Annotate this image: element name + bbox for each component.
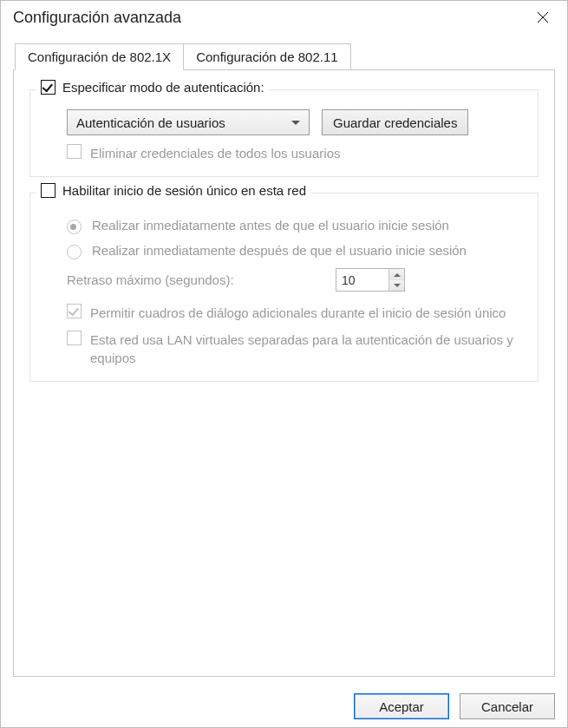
title-bar: Configuración avanzada bbox=[1, 1, 567, 34]
close-button[interactable] bbox=[529, 3, 557, 31]
chevron-down-icon bbox=[291, 121, 300, 125]
auth-mode-group: Especificar modo de autenticación: Auten… bbox=[29, 89, 539, 177]
auth-mode-value: Autenticación de usuarios bbox=[76, 115, 225, 130]
max-delay-label: Retraso máximo (segundos): bbox=[67, 272, 336, 287]
radio-before-logon bbox=[67, 220, 82, 234]
chevron-down-icon bbox=[394, 284, 401, 287]
max-delay-value: 10 bbox=[336, 269, 388, 291]
spinner-down-button bbox=[389, 280, 404, 292]
specify-auth-checkbox[interactable] bbox=[41, 80, 55, 95]
tab-strip: Configuración de 802.1X Configuración de… bbox=[15, 43, 555, 70]
auth-mode-select[interactable]: Autenticación de usuarios bbox=[67, 109, 310, 135]
save-credentials-button[interactable]: Guardar credenciales bbox=[322, 109, 468, 135]
delete-credentials-checkbox bbox=[67, 144, 82, 159]
allow-dialogs-label: Permitir cuadros de diálogo adicionales … bbox=[90, 304, 506, 322]
ok-button[interactable]: Aceptar bbox=[354, 693, 449, 719]
max-delay-spinner: 10 bbox=[336, 268, 405, 292]
enable-sso-label: Habilitar inicio de sesión único en esta… bbox=[62, 183, 306, 198]
radio-after-logon-label: Realizar inmediatamente después de que e… bbox=[92, 243, 467, 258]
radio-before-logon-label: Realizar inmediatamente antes de que el … bbox=[92, 218, 449, 233]
single-signon-group: Habilitar inicio de sesión único en esta… bbox=[29, 193, 539, 382]
radio-after-logon bbox=[67, 245, 82, 259]
close-icon bbox=[537, 11, 549, 23]
chevron-up-icon bbox=[394, 273, 401, 277]
vlan-label: Esta red usa LAN virtuales separadas par… bbox=[90, 331, 522, 367]
dialog-button-row: Aceptar Cancelar bbox=[1, 685, 567, 727]
vlan-checkbox bbox=[67, 331, 82, 345]
spinner-up-button bbox=[389, 269, 404, 280]
tab-8021x[interactable]: Configuración de 802.1X bbox=[15, 43, 184, 70]
window-title: Configuración avanzada bbox=[13, 9, 529, 27]
allow-dialogs-checkbox bbox=[67, 304, 82, 318]
tab-page-8021x: Especificar modo de autenticación: Auten… bbox=[13, 69, 555, 677]
advanced-config-dialog: Configuración avanzada Configuración de … bbox=[0, 0, 568, 728]
delete-credentials-label: Eliminar credenciales de todos los usuar… bbox=[90, 144, 340, 162]
cancel-button[interactable]: Cancelar bbox=[460, 693, 555, 719]
enable-sso-checkbox[interactable] bbox=[41, 183, 55, 198]
tab-80211[interactable]: Configuración de 802.11 bbox=[184, 43, 350, 70]
client-area: Configuración de 802.1X Configuración de… bbox=[1, 34, 567, 685]
specify-auth-label: Especificar modo de autenticación: bbox=[62, 80, 264, 95]
